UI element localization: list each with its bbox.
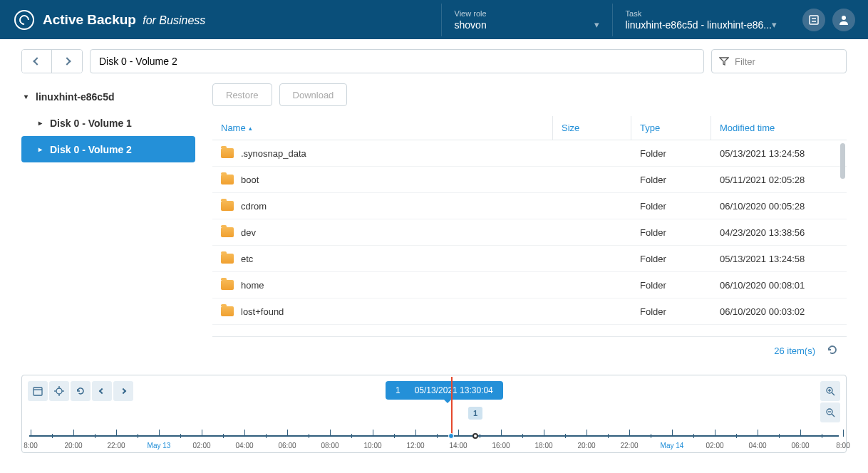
prev-button[interactable]: [92, 381, 112, 401]
file-type: Folder: [631, 148, 711, 159]
timeline-label: May 14: [661, 442, 684, 449]
dropdown-value: linuxhint-e86c5d - linuxhint-e86...: [626, 19, 772, 31]
timeline-tick: [800, 430, 801, 437]
path-input[interactable]: [90, 49, 704, 73]
download-button[interactable]: Download: [279, 83, 348, 106]
toolbar: Filter: [0, 39, 868, 83]
table-row[interactable]: cdromFolder06/10/2020 00:05:28: [212, 193, 847, 219]
dropdown-label: View role: [455, 9, 599, 18]
refresh-icon[interactable]: [827, 344, 838, 358]
log-icon[interactable]: [802, 9, 825, 31]
file-type: Folder: [631, 175, 711, 185]
timeline-tick-minor: [223, 434, 224, 438]
chevron-down-icon: ▾: [772, 19, 777, 30]
snapshot-dot-selected[interactable]: [448, 433, 454, 439]
timeline-label: May 13: [148, 442, 171, 449]
snapshot-dot[interactable]: [472, 433, 478, 439]
app-header: Active Backup for Business View role sho…: [0, 0, 868, 39]
file-name: home: [241, 280, 264, 291]
file-modified: 04/23/2020 13:38:56: [711, 227, 847, 238]
timeline-tick: [843, 430, 844, 437]
timeline-label: 12:00: [406, 442, 424, 449]
column-size[interactable]: Size: [553, 116, 631, 140]
timeline-tooltip: 1 05/13/2021 13:30:04: [386, 381, 503, 400]
table-row[interactable]: devFolder04/23/2020 13:38:56: [212, 219, 847, 246]
file-name: dev: [241, 227, 256, 238]
file-modified: 06/10/2020 00:05:28: [711, 201, 847, 212]
table-row[interactable]: bootFolder05/11/2021 02:05:28: [212, 167, 847, 193]
timeline[interactable]: 1 05/13/2021 13:30:04 1 8:0020:0022:00Ma…: [21, 375, 847, 453]
column-modified[interactable]: Modified time: [711, 116, 847, 140]
table-row[interactable]: .synosnap_dataFolder05/13/2021 13:24:58: [212, 140, 847, 167]
file-type: Folder: [631, 227, 711, 238]
table-row[interactable]: etcFolder05/13/2021 13:24:58: [212, 246, 847, 272]
column-type[interactable]: Type: [631, 116, 711, 140]
file-modified: 06/10/2020 00:08:01: [711, 280, 847, 291]
timeline-tick-minor: [52, 434, 53, 438]
title-part: Active: [43, 12, 83, 27]
tooltip-text: 05/13/2021 13:30:04: [415, 385, 493, 395]
file-name: etc: [241, 254, 253, 264]
svg-rect-4: [33, 388, 42, 395]
file-type: Folder: [631, 254, 711, 264]
refresh-timeline-button[interactable]: [71, 381, 91, 401]
next-button[interactable]: [113, 381, 133, 401]
timeline-label: 22:00: [107, 442, 125, 449]
timeline-axis: [29, 435, 839, 437]
timeline-tick-minor: [608, 434, 609, 438]
timeline-tick: [330, 430, 331, 437]
file-name: .synosnap_data: [241, 148, 306, 159]
tree-root[interactable]: ▾ linuxhint-e86c5d: [21, 83, 195, 110]
tree-item-disk[interactable]: ▸Disk 0 - Volume 1: [21, 110, 195, 136]
svg-point-3: [842, 16, 846, 20]
zoom-in-button[interactable]: [820, 381, 840, 401]
nav-forward-button[interactable]: [52, 50, 82, 73]
folder-icon: [221, 306, 234, 316]
file-modified: 05/13/2021 13:24:58: [711, 254, 847, 264]
dropdown-label: Task: [626, 9, 777, 18]
task-dropdown[interactable]: Task linuxhint-e86c5d - linuxhint-e86...…: [612, 4, 790, 36]
filter-input[interactable]: Filter: [711, 49, 847, 73]
timeline-cursor[interactable]: [451, 377, 453, 435]
file-type: Folder: [631, 280, 711, 291]
timeline-label: 02:00: [192, 442, 210, 449]
timeline-tick: [587, 430, 587, 437]
timeline-label: 02:00: [706, 442, 723, 449]
calendar-button[interactable]: [28, 381, 48, 401]
zoom-out-button[interactable]: [820, 402, 840, 422]
restore-button[interactable]: Restore: [212, 83, 272, 106]
file-name: lost+found: [241, 306, 284, 317]
timeline-marker[interactable]: 1: [468, 407, 482, 420]
timeline-tick-minor: [351, 434, 352, 438]
file-modified: 06/10/2020 00:03:02: [711, 306, 847, 317]
folder-icon: [221, 280, 234, 290]
scrollbar[interactable]: [840, 143, 845, 179]
table-row[interactable]: lost+foundFolder06/10/2020 00:03:02: [212, 298, 847, 325]
timeline-tick: [202, 430, 202, 437]
timeline-tick-minor: [138, 434, 138, 438]
target-button[interactable]: [49, 381, 69, 401]
nav-back-button[interactable]: [22, 50, 52, 73]
timeline-tick: [544, 430, 544, 437]
timeline-tick-minor: [95, 434, 95, 438]
title-part: Backup: [87, 12, 136, 27]
app-logo-icon: [14, 10, 34, 30]
timeline-tick-minor: [394, 434, 395, 438]
column-name[interactable]: Name▴: [212, 116, 553, 140]
timeline-label: 10:00: [363, 442, 381, 449]
timeline-tick-minor: [180, 434, 181, 438]
svg-line-16: [832, 414, 835, 417]
svg-point-6: [56, 388, 62, 394]
user-icon[interactable]: [832, 9, 855, 31]
timeline-tick: [116, 430, 117, 437]
timeline-tick: [31, 430, 31, 437]
folder-icon: [221, 254, 234, 264]
view-role-dropdown[interactable]: View role shovon ▾: [441, 4, 612, 36]
timeline-tick-minor: [266, 434, 267, 438]
tree-item-disk[interactable]: ▸Disk 0 - Volume 2: [21, 136, 195, 162]
file-modified: 05/11/2021 02:05:28: [711, 175, 847, 185]
table-row[interactable]: homeFolder06/10/2020 00:08:01: [212, 272, 847, 298]
timeline-label: 06:00: [278, 442, 296, 449]
timeline-tick: [501, 430, 502, 437]
item-count: 26 item(s): [774, 345, 815, 356]
